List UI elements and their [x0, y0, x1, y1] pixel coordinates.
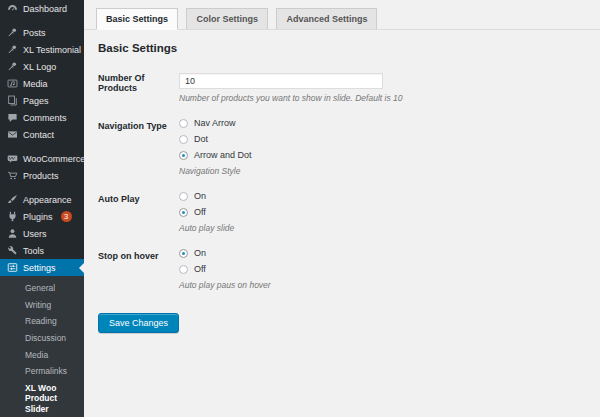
media-icon [7, 78, 18, 89]
submenu-item-reading[interactable]: Reading [0, 313, 84, 330]
radio-icon[interactable] [179, 249, 188, 258]
radio-option-autoplay-off[interactable]: Off [179, 207, 586, 217]
sidebar-item-products[interactable]: Products [0, 167, 84, 184]
radio-option-arrow-and-dot[interactable]: Arrow and Dot [179, 150, 586, 160]
settings-form: Basic Settings Number Of Products Number… [84, 30, 600, 341]
sidebar-item-label: XL Logo [23, 62, 56, 72]
sidebar-item-label: Users [23, 229, 47, 239]
radio-option-autoplay-on[interactable]: On [179, 191, 586, 201]
radio-option-hover-off[interactable]: Off [179, 264, 586, 274]
tab-color-settings[interactable]: Color Settings [186, 8, 268, 29]
page-title: Basic Settings [98, 42, 586, 54]
field-label: Navigation Type [98, 118, 179, 176]
field-helper-text: Auto play slide [179, 223, 586, 233]
radio-label: On [194, 191, 206, 201]
settings-tab-bar: Basic Settings Color Settings Advanced S… [84, 0, 600, 30]
form-row-number-of-products: Number Of Products Number of products yo… [98, 70, 586, 103]
radio-label: Arrow and Dot [194, 150, 252, 160]
dashboard-icon [7, 3, 18, 14]
field-label: Number Of Products [98, 70, 179, 103]
radio-icon[interactable] [179, 151, 188, 160]
sidebar-item-label: Appearance [23, 195, 72, 205]
radio-label: Off [194, 207, 206, 217]
products-icon [7, 170, 18, 181]
tab-advanced-settings[interactable]: Advanced Settings [276, 8, 377, 29]
sidebar-item-tools[interactable]: Tools [0, 242, 84, 259]
comments-icon [7, 112, 18, 123]
sidebar-item-label: WooCommerce [23, 154, 85, 164]
woocommerce-icon [7, 153, 18, 164]
wordpress-admin: Dashboard Posts XL Testimonial XL Logo M… [0, 0, 600, 417]
pin-icon [7, 27, 18, 38]
sidebar-item-contact[interactable]: Contact [0, 126, 84, 143]
admin-sidebar: Dashboard Posts XL Testimonial XL Logo M… [0, 0, 84, 417]
sidebar-item-label: Tools [23, 246, 44, 256]
current-menu-arrow [79, 263, 84, 273]
pages-icon [7, 95, 18, 106]
sidebar-item-posts[interactable]: Posts [0, 24, 84, 41]
settings-submenu: General Writing Reading Discussion Media… [0, 276, 84, 417]
sidebar-item-label: Posts [23, 28, 46, 38]
plugins-update-badge: 3 [61, 211, 72, 222]
submenu-item-media[interactable]: Media [0, 347, 84, 364]
field-helper-text: Navigation Style [179, 166, 586, 176]
sidebar-item-media[interactable]: Media [0, 75, 84, 92]
sidebar-item-users[interactable]: Users [0, 225, 84, 242]
radio-label: Dot [194, 134, 208, 144]
sidebar-item-appearance[interactable]: Appearance [0, 191, 84, 208]
sidebar-item-settings[interactable]: Settings [0, 259, 84, 276]
submenu-item-permalinks[interactable]: Permalinks [0, 363, 84, 380]
field-label: Auto Play [98, 191, 179, 233]
radio-icon[interactable] [179, 265, 188, 274]
submenu-item-writing[interactable]: Writing [0, 297, 84, 314]
save-changes-button[interactable]: Save Changes [98, 313, 179, 333]
sidebar-item-label: Plugins [23, 212, 53, 222]
pin-icon [7, 61, 18, 72]
sidebar-item-xl-logo[interactable]: XL Logo [0, 58, 84, 75]
sidebar-item-label: XL Testimonial [23, 45, 81, 55]
plugins-icon [7, 211, 18, 222]
radio-icon[interactable] [179, 119, 188, 128]
sidebar-item-pages[interactable]: Pages [0, 92, 84, 109]
form-row-navigation-type: Navigation Type Nav Arrow Dot Arrow and … [98, 118, 586, 176]
pin-icon [7, 44, 18, 55]
radio-label: Nav Arrow [194, 118, 236, 128]
sidebar-item-woocommerce[interactable]: WooCommerce [0, 150, 84, 167]
radio-label: Off [194, 264, 206, 274]
radio-option-hover-on[interactable]: On [179, 248, 586, 258]
submenu-item-xl-woo-product-slider[interactable]: XL Woo Product Slider [0, 380, 84, 417]
settings-icon [7, 262, 18, 273]
field-helper-text: Auto play paus on hover [179, 280, 586, 290]
sidebar-item-label: Products [23, 171, 59, 181]
sidebar-item-label: Media [23, 79, 48, 89]
users-icon [7, 228, 18, 239]
radio-label: On [194, 248, 206, 258]
form-row-stop-on-hover: Stop on hover On Off Auto play paus on h… [98, 248, 586, 290]
submenu-item-general[interactable]: General [0, 280, 84, 297]
radio-icon[interactable] [179, 192, 188, 201]
tools-icon [7, 245, 18, 256]
main-content-area: Basic Settings Color Settings Advanced S… [84, 0, 600, 417]
sidebar-item-label: Comments [23, 113, 67, 123]
sidebar-item-comments[interactable]: Comments [0, 109, 84, 126]
sidebar-item-label: Dashboard [23, 4, 67, 14]
sidebar-item-label: Settings [23, 263, 56, 273]
radio-icon[interactable] [179, 208, 188, 217]
field-helper-text: Number of products you want to show in s… [179, 93, 586, 103]
sidebar-item-plugins[interactable]: Plugins 3 [0, 208, 84, 225]
radio-option-dot[interactable]: Dot [179, 134, 586, 144]
field-label: Stop on hover [98, 248, 179, 290]
submenu-item-discussion[interactable]: Discussion [0, 330, 84, 347]
number-of-products-input[interactable] [179, 73, 383, 89]
sidebar-item-xl-testimonial[interactable]: XL Testimonial [0, 41, 84, 58]
sidebar-item-label: Pages [23, 96, 49, 106]
radio-option-nav-arrow[interactable]: Nav Arrow [179, 118, 586, 128]
radio-icon[interactable] [179, 135, 188, 144]
form-row-auto-play: Auto Play On Off Auto play slide [98, 191, 586, 233]
tab-basic-settings[interactable]: Basic Settings [96, 8, 178, 30]
sidebar-item-label: Contact [23, 130, 54, 140]
appearance-icon [7, 194, 18, 205]
sidebar-item-dashboard[interactable]: Dashboard [0, 0, 84, 17]
contact-icon [7, 129, 18, 140]
